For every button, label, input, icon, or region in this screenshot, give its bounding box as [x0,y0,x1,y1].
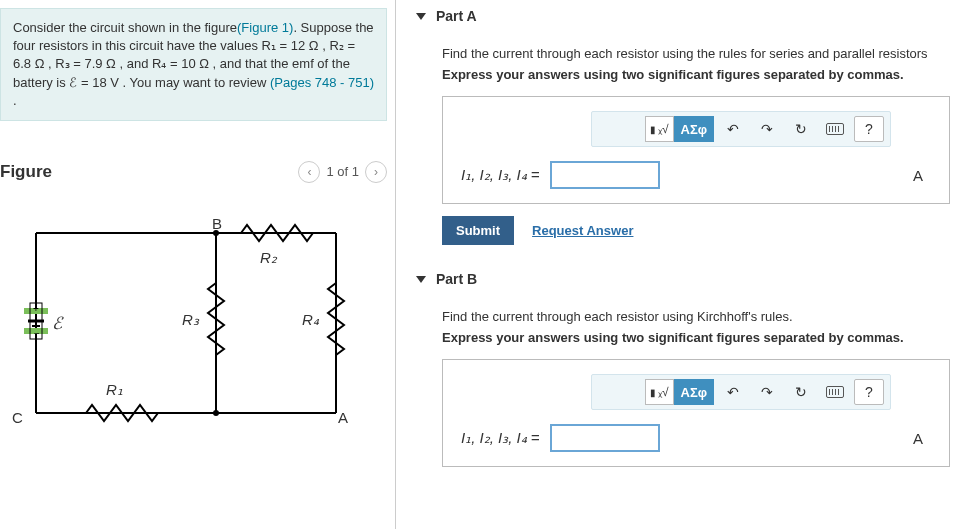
collapse-icon [416,276,426,283]
part-b: Part B Find the current through each res… [416,263,954,467]
circuit-figure: + − B A C R₁ R₂ R₃ R₄ ℰ [6,213,366,443]
template-button[interactable]: ▮ᵪ√ [645,116,674,142]
part-b-answer-box: ▮ᵪ√ ΑΣφ ↶ ↷ ↻ ? I₁, I₂, I₃, I₄ = A [442,359,950,467]
part-b-title: Part B [436,271,477,287]
node-c-label: C [12,409,23,426]
problem-prompt: Consider the circuit shown in the figure… [0,8,387,121]
svg-point-13 [213,410,219,416]
help-button[interactable]: ? [854,379,884,405]
figure-pager: ‹ 1 of 1 › [298,161,387,183]
undo-button[interactable]: ↶ [718,116,748,142]
emf-label: ℰ [52,313,62,334]
pages-link[interactable]: (Pages 748 - 751) [270,75,374,90]
r4-label: R₄ [302,311,319,329]
reset-button[interactable]: ↻ [786,116,816,142]
help-button[interactable]: ? [854,116,884,142]
template-button[interactable]: ▮ᵪ√ [645,379,674,405]
part-b-lhs: I₁, I₂, I₃, I₄ = [461,429,540,447]
r3-label: R₃ [182,311,199,329]
figure-title: Figure [0,162,52,182]
figure-link[interactable]: (Figure 1) [237,20,293,35]
keyboard-button[interactable] [820,379,850,405]
svg-text:−: − [34,328,40,339]
collapse-icon [416,13,426,20]
part-a-answer-box: ▮ᵪ√ ΑΣφ ↶ ↷ ↻ ? I₁, I₂, I₃, I₄ = A [442,96,950,204]
part-a-lhs: I₁, I₂, I₃, I₄ = [461,166,540,184]
keyboard-icon [826,386,844,398]
part-a: Part A Find the current through each res… [416,0,954,245]
reset-button[interactable]: ↻ [786,379,816,405]
part-a-format: Express your answers using two significa… [442,67,954,82]
part-b-unit: A [913,430,931,447]
undo-button[interactable]: ↶ [718,379,748,405]
part-b-answer-input[interactable] [550,424,660,452]
greek-button[interactable]: ΑΣφ [674,379,715,405]
redo-button[interactable]: ↷ [752,116,782,142]
redo-button[interactable]: ↷ [752,379,782,405]
part-a-unit: A [913,167,931,184]
pager-next-button[interactable]: › [365,161,387,183]
greek-button[interactable]: ΑΣφ [674,116,715,142]
pager-prev-button[interactable]: ‹ [298,161,320,183]
r2-label: R₂ [260,249,277,267]
part-a-title: Part A [436,8,477,24]
svg-text:+: + [33,303,39,314]
part-b-toolbar: ▮ᵪ√ ΑΣφ ↶ ↷ ↻ ? [591,374,891,410]
part-a-instruction: Find the current through each resistor u… [442,46,954,61]
part-a-answer-input[interactable] [550,161,660,189]
r1-label: R₁ [106,381,123,399]
pager-count: 1 of 1 [326,164,359,179]
part-a-toolbar: ▮ᵪ√ ΑΣφ ↶ ↷ ↻ ? [591,111,891,147]
part-a-header[interactable]: Part A [416,0,954,32]
keyboard-button[interactable] [820,116,850,142]
node-b-label: B [212,215,222,232]
part-a-request-answer-link[interactable]: Request Answer [532,223,633,238]
node-a-label: A [338,409,348,426]
part-b-format: Express your answers using two significa… [442,330,954,345]
prompt-dot: . [13,93,17,108]
part-b-header[interactable]: Part B [416,263,954,295]
keyboard-icon [826,123,844,135]
part-a-submit-button[interactable]: Submit [442,216,514,245]
prompt-text-1: Consider the circuit shown in the figure [13,20,237,35]
part-b-instruction: Find the current through each resistor u… [442,309,954,324]
